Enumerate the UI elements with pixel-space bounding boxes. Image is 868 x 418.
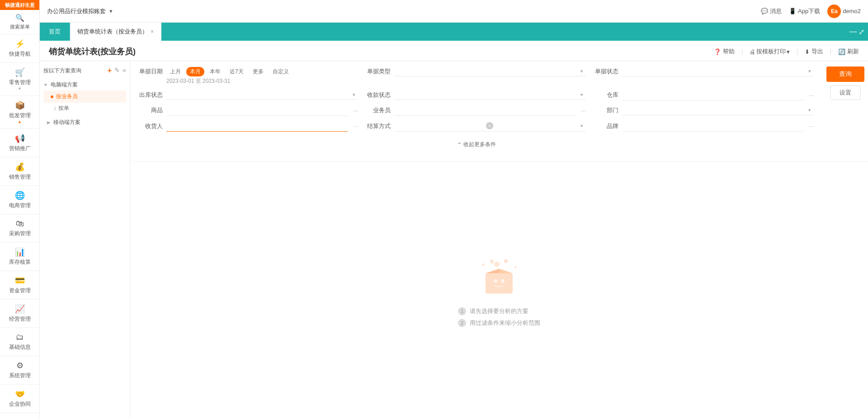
sidebar-item-finance[interactable]: 💳 资金管理 bbox=[0, 271, 39, 299]
filter-row-brand: 品牌 ··· bbox=[595, 120, 814, 132]
settings-button[interactable]: 设置 bbox=[830, 86, 861, 100]
tab-active[interactable]: 销货单统计表（按业务员） × bbox=[70, 23, 161, 41]
left-panel-actions: + ✎ « bbox=[108, 66, 126, 75]
tab-close-icon[interactable]: × bbox=[151, 28, 154, 35]
message-action[interactable]: 💬 消息 bbox=[761, 7, 782, 15]
tab-maximize-icon[interactable]: ⤢ bbox=[859, 28, 864, 36]
payment-select[interactable]: ▾ bbox=[394, 90, 586, 100]
docstatus-dropdown-icon: ▾ bbox=[808, 68, 811, 74]
warehouse-dots[interactable]: ··· bbox=[809, 92, 814, 99]
date-tab-last-month[interactable]: 上月 bbox=[166, 67, 184, 76]
app-title: 办公用品行业模拟账套 bbox=[47, 7, 106, 15]
user-menu[interactable]: Ea demo2 bbox=[827, 5, 861, 18]
collapse-panel-icon[interactable]: « bbox=[123, 66, 126, 75]
print-action[interactable]: 🖨 按模板打印 ▾ bbox=[750, 48, 790, 56]
docstatus-select[interactable]: ▾ bbox=[622, 66, 814, 76]
appdownload-icon: 📱 bbox=[789, 8, 796, 14]
sidebar-item-system[interactable]: ⚙ 系统管理 bbox=[0, 356, 39, 385]
salesperson-input[interactable] bbox=[394, 105, 576, 116]
print-dropdown-icon[interactable]: ▾ bbox=[787, 48, 790, 55]
app-download-action[interactable]: 📱 App下载 bbox=[789, 7, 820, 15]
department-dropdown-icon: ▾ bbox=[808, 107, 811, 113]
settlement-select[interactable]: × ▾ bbox=[394, 120, 586, 132]
sidebar-item-ecommerce[interactable]: 🌐 电商管理 bbox=[0, 186, 39, 214]
sidebar-item-purchase[interactable]: 🛍 采购管理 bbox=[0, 214, 39, 242]
desktop-section-title[interactable]: ▼ 电脑端方案 bbox=[43, 79, 126, 90]
plan-item-by-salesperson[interactable]: 按业务员 bbox=[43, 90, 126, 103]
message-icon: 💬 bbox=[761, 8, 768, 14]
consignee-input[interactable] bbox=[166, 121, 348, 132]
svg-point-4 bbox=[504, 259, 508, 263]
shipment-label: 出库状态 bbox=[139, 91, 163, 99]
brand-input[interactable] bbox=[622, 121, 803, 132]
svg-rect-0 bbox=[486, 273, 513, 294]
doctype-dropdown-icon: ▾ bbox=[580, 68, 583, 74]
operations-icon: 📈 bbox=[15, 304, 25, 314]
warehouse-input[interactable] bbox=[622, 90, 803, 100]
app-title-dropdown[interactable]: ▾ bbox=[109, 8, 113, 14]
query-button[interactable]: 查询 bbox=[826, 66, 864, 82]
collapse-btn[interactable]: ⌃ 收起更多条件 bbox=[452, 139, 501, 150]
shipment-dropdown-icon: ▾ bbox=[353, 92, 355, 98]
sidebar-item-search[interactable]: 🔍 搜索菜单 bbox=[0, 10, 39, 34]
help-action[interactable]: ❓ 帮助 bbox=[714, 48, 735, 56]
sidebar-item-newuser[interactable]: 👋 新手引导 bbox=[0, 413, 39, 418]
settlement-clear-icon[interactable]: × bbox=[486, 122, 493, 129]
brand-dots[interactable]: ··· bbox=[809, 123, 814, 129]
doctype-label: 单据类型 bbox=[367, 67, 391, 76]
sidebar-item-operations[interactable]: 📈 经营管理 bbox=[0, 299, 39, 328]
page-actions: ❓ 帮助 🖨 按模板打印 ▾ ⬇ 导出 🔄 刷新 bbox=[714, 48, 859, 56]
filter-row-doctype: 单据类型 ▾ bbox=[367, 66, 586, 76]
sidebar-item-marketing[interactable]: 📢 营销推广 bbox=[0, 129, 39, 157]
search-icon: 🔍 bbox=[15, 14, 24, 22]
goods-input[interactable] bbox=[166, 105, 348, 116]
empty-step-1: 1 请先选择要分析的方案 bbox=[458, 307, 540, 315]
export-icon: ⬇ bbox=[805, 48, 810, 55]
svg-point-6 bbox=[494, 279, 497, 283]
date-tab-7days[interactable]: 近7天 bbox=[226, 67, 247, 76]
salesperson-dots[interactable]: ··· bbox=[581, 107, 586, 114]
date-range: 2023-03-01 至 2023-03-31 bbox=[166, 77, 814, 85]
goods-dots[interactable]: ··· bbox=[353, 107, 358, 114]
plan-section-mobile[interactable]: ▶ 移动端方案 bbox=[43, 117, 126, 128]
sidebar-item-enterprise[interactable]: 🤝 企业协同 bbox=[0, 385, 39, 413]
goods-label: 商品 bbox=[139, 106, 163, 114]
sidebar-item-retail[interactable]: 🛒 零售管理 ▼ bbox=[0, 63, 39, 96]
date-tab-custom[interactable]: 自定义 bbox=[269, 67, 292, 76]
date-tab-this-month[interactable]: 本月 bbox=[186, 67, 204, 76]
tab-minimize-icon[interactable]: — bbox=[849, 28, 857, 36]
edit-plan-icon[interactable]: ✎ bbox=[114, 66, 120, 75]
svg-point-3 bbox=[494, 261, 500, 267]
consignee-dots[interactable]: ··· bbox=[353, 123, 358, 129]
date-tab-more[interactable]: 更多 bbox=[249, 67, 267, 76]
collapse-icon: ⌃ bbox=[457, 142, 462, 148]
filter-row-salesperson: 业务员 ··· bbox=[367, 105, 586, 116]
department-select[interactable]: ▾ bbox=[622, 105, 814, 115]
sidebar-item-quicknav[interactable]: ⚡ 快捷导航 bbox=[0, 34, 39, 63]
filter-row-department: 部门 ▾ bbox=[595, 105, 814, 116]
plan-sub-item-by-doc[interactable]: ⅰ 按单 bbox=[43, 103, 126, 114]
add-plan-icon[interactable]: + bbox=[108, 66, 112, 75]
enterprise-icon: 🤝 bbox=[15, 389, 25, 399]
plan-section-desktop: ▼ 电脑端方案 按业务员 ⅰ 按单 bbox=[43, 79, 126, 114]
sidebar-item-sales[interactable]: 💰 销售管理 bbox=[0, 157, 39, 186]
doctype-select[interactable]: ▾ bbox=[394, 66, 586, 76]
shipment-select[interactable]: ▾ bbox=[166, 90, 358, 100]
export-action[interactable]: ⬇ 导出 bbox=[805, 48, 823, 56]
avatar: Ea bbox=[827, 5, 841, 18]
filter-row-shipment: 出库状态 ▾ bbox=[139, 90, 358, 100]
sidebar-item-wholesale[interactable]: 📦 批发管理 ▲ bbox=[0, 96, 39, 129]
refresh-action[interactable]: 🔄 刷新 bbox=[838, 48, 859, 56]
sales-icon: 💰 bbox=[15, 162, 25, 172]
sidebar-item-inventory[interactable]: 📊 库存核算 bbox=[0, 242, 39, 271]
help-icon: ❓ bbox=[714, 48, 721, 55]
sidebar-item-basic[interactable]: 🗂 基础信息 bbox=[0, 328, 39, 356]
filter-row-warehouse: 仓库 ··· bbox=[595, 90, 814, 100]
brand-label: 品牌 bbox=[595, 122, 618, 130]
date-tabs: 上月 本月 本年 近7天 更多 自定义 bbox=[166, 67, 292, 76]
right-side: 单据日期 上月 本月 本年 近7天 更多 自定义 单据类型 bbox=[130, 61, 868, 418]
date-tab-this-year[interactable]: 本年 bbox=[206, 67, 224, 76]
collapse-row: ⌃ 收起更多条件 bbox=[139, 135, 814, 156]
print-icon: 🖨 bbox=[750, 48, 755, 55]
tab-home[interactable]: 首页 bbox=[40, 23, 70, 41]
